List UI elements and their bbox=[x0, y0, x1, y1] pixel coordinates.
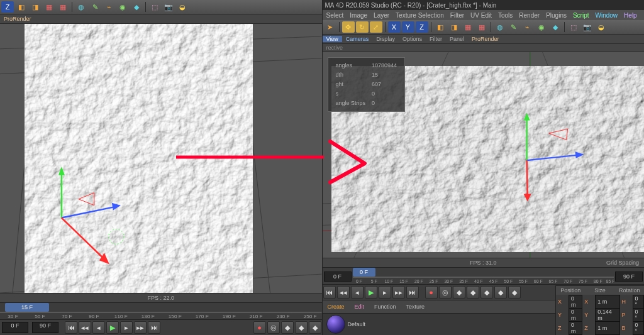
tab-create[interactable]: Create bbox=[323, 304, 350, 310]
pos-y[interactable]: 0 m bbox=[569, 309, 582, 322]
pos-x[interactable]: 0 m bbox=[569, 295, 582, 309]
autokey-icon[interactable]: ◎ bbox=[267, 321, 280, 334]
record-icon[interactable]: ● bbox=[253, 321, 266, 334]
cam-icon[interactable]: 📷 bbox=[581, 21, 594, 33]
scale-icon[interactable]: ⤢ bbox=[370, 21, 382, 33]
keypla-r-icon[interactable]: ◆ bbox=[508, 286, 521, 299]
rot-h[interactable]: 0 ° bbox=[633, 295, 643, 309]
light-icon[interactable]: ◒ bbox=[176, 1, 189, 13]
menu-render[interactable]: Render bbox=[519, 12, 540, 19]
light-icon-r[interactable]: ◒ bbox=[595, 21, 608, 33]
film-icon[interactable]: ▦ bbox=[43, 1, 55, 13]
env-icon[interactable]: ⬚ bbox=[148, 1, 161, 13]
key-rot-icon[interactable]: ◆ bbox=[309, 321, 321, 334]
rot-b[interactable]: 0 ° bbox=[633, 322, 643, 335]
tab-cameras[interactable]: Cameras bbox=[342, 36, 373, 42]
cube-icon[interactable]: ◧ bbox=[15, 1, 28, 13]
playhead-left[interactable]: 15 F bbox=[5, 303, 49, 312]
tab-panel[interactable]: Panel bbox=[446, 36, 468, 42]
tab-prorender-r[interactable]: ProRender bbox=[468, 36, 503, 42]
next-key-icon[interactable]: ▸▸ bbox=[134, 321, 147, 334]
tab-texture[interactable]: Texture bbox=[401, 304, 430, 310]
goto-end-icon[interactable]: ⏭ bbox=[148, 321, 160, 334]
next-frame-icon[interactable]: ▸ bbox=[120, 321, 133, 334]
goto-end-r-icon[interactable]: ⏭ bbox=[406, 286, 419, 299]
cursor-icon[interactable]: ➤ bbox=[324, 21, 336, 33]
menu-image[interactable]: Image bbox=[350, 12, 367, 19]
size-x[interactable]: 1 m bbox=[596, 295, 619, 309]
keyscl-r-icon[interactable]: ◆ bbox=[494, 286, 507, 299]
timeline-right[interactable]: 0 F 0 F 0 F5 F10 F 15 F20 F25 F 30 F35 F… bbox=[323, 267, 645, 284]
cube2-icon[interactable]: ◨ bbox=[29, 1, 42, 13]
key-scale-icon[interactable]: ◆ bbox=[295, 321, 308, 334]
menu-select[interactable]: Select bbox=[326, 12, 344, 19]
menu-filter[interactable]: Filter bbox=[450, 12, 464, 19]
generator-icon[interactable]: ◉ bbox=[116, 1, 129, 13]
keyrot-r-icon[interactable]: ◆ bbox=[480, 286, 493, 299]
size-y[interactable]: 0.144 m bbox=[596, 309, 619, 322]
record-r-icon[interactable]: ● bbox=[425, 286, 438, 299]
viewport-right[interactable]: angles10780944 dth15 ght607 s0 angle Str… bbox=[323, 52, 645, 258]
menu-help[interactable]: Help bbox=[624, 12, 637, 19]
key-pos-icon[interactable]: ◆ bbox=[281, 321, 294, 334]
prev-frame-r-icon[interactable]: ◂ bbox=[351, 286, 364, 299]
frame-start-left[interactable]: 0 F bbox=[2, 322, 28, 333]
camera-icon[interactable]: 📷 bbox=[162, 1, 175, 13]
menu-uvedit[interactable]: UV Edit bbox=[470, 12, 492, 19]
axis-z-icon-r[interactable]: Z bbox=[416, 21, 428, 33]
tab-display[interactable]: Display bbox=[372, 36, 399, 42]
axis-y-icon[interactable]: Y bbox=[402, 21, 414, 33]
axis-z-icon[interactable]: Z bbox=[1, 1, 14, 13]
size-z[interactable]: 1 m bbox=[596, 322, 619, 335]
playhead-right[interactable]: 0 F bbox=[353, 268, 375, 277]
frame-start-right[interactable]: 0 F bbox=[324, 272, 352, 282]
timeline-left[interactable]: 15 F 30 F50 F70 F 90 F110 F130 F 150 F17… bbox=[0, 302, 322, 319]
prev-key-icon[interactable]: ◂◂ bbox=[79, 321, 91, 334]
frame-end-left[interactable]: 90 F bbox=[32, 322, 58, 333]
env-icon-r[interactable]: ⬚ bbox=[567, 21, 580, 33]
tab-edit[interactable]: Edit bbox=[350, 304, 370, 310]
goto-start-r-icon[interactable]: ⏮ bbox=[323, 286, 336, 299]
tab-prorender[interactable]: ProRender bbox=[0, 16, 35, 22]
autokey-r-icon[interactable]: ◎ bbox=[439, 286, 452, 299]
def-icon[interactable]: ◆ bbox=[549, 21, 562, 33]
menu-script[interactable]: Script bbox=[573, 12, 589, 19]
prev-key-r-icon[interactable]: ◂◂ bbox=[337, 286, 350, 299]
pen-icon[interactable]: ✎ bbox=[89, 1, 101, 13]
film2-icon[interactable]: ▦ bbox=[57, 1, 69, 13]
material-preview[interactable] bbox=[326, 315, 345, 334]
nurbs-icon[interactable]: ⌁ bbox=[103, 1, 115, 13]
tab-filter[interactable]: Filter bbox=[426, 36, 446, 42]
menu-plugins[interactable]: Plugins bbox=[546, 12, 567, 19]
menu-layer[interactable]: Layer bbox=[374, 12, 389, 19]
move-icon[interactable]: ✥ bbox=[342, 21, 355, 33]
prim-cube-icon[interactable]: ◍ bbox=[75, 1, 87, 13]
pos-z[interactable]: 0 m bbox=[569, 322, 582, 335]
spline-icon[interactable]: ✎ bbox=[508, 21, 520, 33]
coord-icon[interactable]: ◧ bbox=[434, 21, 447, 33]
render-icon[interactable]: ▦ bbox=[462, 21, 474, 33]
menu-texsel[interactable]: Texture Selection bbox=[396, 12, 444, 19]
menu-tools[interactable]: Tools bbox=[498, 12, 513, 19]
prev-frame-icon[interactable]: ◂ bbox=[92, 321, 105, 334]
axis-x-icon[interactable]: X bbox=[388, 21, 401, 33]
play-r-icon[interactable]: ▶ bbox=[365, 286, 377, 299]
rot-p[interactable]: 0 ° bbox=[633, 309, 643, 322]
next-key-r-icon[interactable]: ▸▸ bbox=[392, 286, 405, 299]
frame-end-right[interactable]: 90 F bbox=[615, 272, 643, 282]
prim-icon[interactable]: ◍ bbox=[494, 21, 506, 33]
tab-function[interactable]: Function bbox=[369, 304, 401, 310]
coord2-icon[interactable]: ◨ bbox=[448, 21, 460, 33]
keysel-r-icon[interactable]: ◆ bbox=[453, 286, 465, 299]
next-frame-r-icon[interactable]: ▸ bbox=[379, 286, 391, 299]
goto-start-icon[interactable]: ⏮ bbox=[65, 321, 77, 334]
viewport-left[interactable] bbox=[0, 24, 322, 293]
tab-options[interactable]: Options bbox=[399, 36, 426, 42]
play-back-icon[interactable]: ▶ bbox=[106, 321, 119, 334]
rotate-icon[interactable]: ↻ bbox=[356, 21, 369, 33]
render2-icon[interactable]: ▦ bbox=[475, 21, 488, 33]
deformer-icon[interactable]: ◆ bbox=[130, 1, 143, 13]
menu-window[interactable]: Window bbox=[596, 12, 618, 19]
nurbs-icon-r[interactable]: ⌁ bbox=[521, 21, 534, 33]
gen-icon[interactable]: ◉ bbox=[535, 21, 548, 33]
